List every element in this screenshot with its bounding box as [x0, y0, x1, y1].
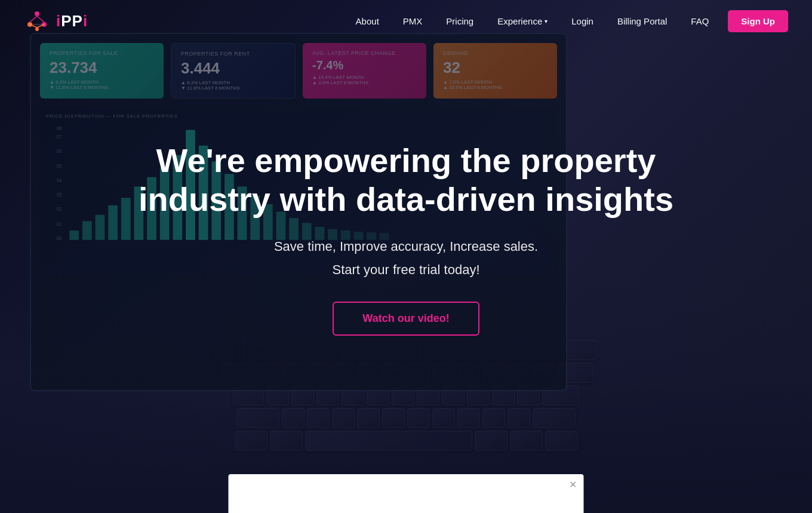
watch-video-button[interactable]: Watch our video! — [333, 302, 479, 336]
svg-point-51 — [35, 27, 39, 31]
nav-billing[interactable]: Billing Portal — [608, 13, 676, 30]
signup-button[interactable]: Sign Up — [728, 10, 788, 32]
nav-links: About PMX Pricing Experience ▾ Login Bil… — [346, 10, 788, 32]
nav-experience-label: Experience — [497, 16, 542, 26]
nav-about[interactable]: About — [346, 13, 389, 30]
chevron-down-icon: ▾ — [545, 18, 548, 24]
logo-i-prefix: i — [56, 12, 61, 30]
close-icon[interactable]: ✕ — [569, 479, 577, 490]
nav-pricing[interactable]: Pricing — [436, 13, 483, 30]
nav-experience[interactable]: Experience ▾ — [488, 13, 557, 30]
nav-login[interactable]: Login — [562, 13, 603, 30]
nav-faq[interactable]: FAQ — [681, 13, 718, 30]
logo[interactable]: iPPi — [24, 8, 88, 34]
video-thumbnail: ✕ — [229, 474, 584, 513]
hero-subtitle: Save time, Improve accuracy, Increase sa… — [274, 236, 538, 256]
hero-subtitle2: Start your free trial today! — [333, 262, 480, 278]
navbar: iPPi About PMX Pricing Experience ▾ Logi… — [0, 0, 812, 42]
svg-point-48 — [35, 11, 39, 16]
hero-content-overlay: We're empowering the property industry w… — [0, 0, 812, 513]
logo-icon — [24, 8, 50, 34]
hero-title: We're empowering the property industry w… — [137, 142, 675, 219]
nav-pmx[interactable]: PMX — [393, 13, 432, 30]
logo-i-suffix: i — [83, 12, 88, 30]
logo-text: iPPi — [56, 12, 88, 30]
svg-line-52 — [30, 16, 37, 22]
svg-line-53 — [37, 16, 44, 22]
hero-section: PROPERTIES FOR SALE 23.734 ▲ 8.3% LAST M… — [0, 0, 812, 513]
